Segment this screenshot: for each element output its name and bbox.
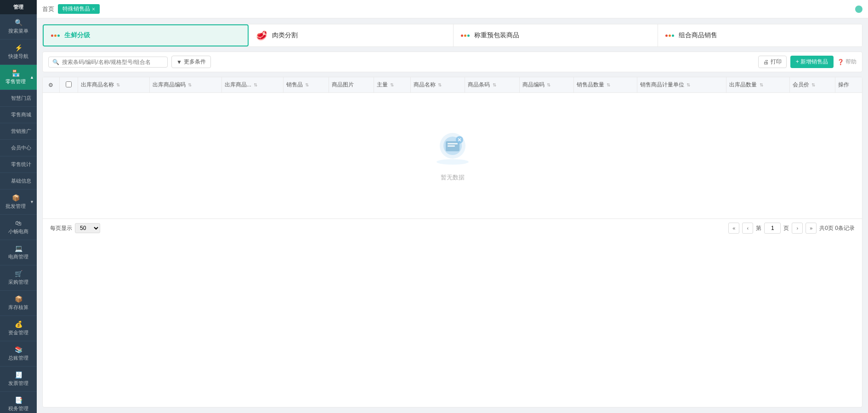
last-page-button[interactable]: »	[806, 223, 817, 234]
toolbar-left: 🔍 ▼ 更多条件	[48, 56, 211, 68]
page-number-input[interactable]	[764, 223, 781, 234]
th-goods-name[interactable]: 商品名称 ⇅	[410, 77, 465, 93]
sidebar-item-label: 零售管理	[6, 78, 26, 85]
sidebar-item-label: 采购管理	[8, 279, 28, 286]
sort-icon9: ⇅	[607, 82, 610, 87]
th-goods-code-label: 商品编码	[522, 81, 545, 88]
add-label: + 新增销售品	[796, 58, 828, 66]
sidebar-logo: 管理	[0, 0, 37, 14]
th-sale-unit[interactable]: 销售商品计量单位 ⇅	[637, 77, 726, 93]
sidebar-item-marketing[interactable]: 营销推广	[0, 123, 37, 140]
toolbar-right: 🖨 打印 + 新增销售品 ❓ 帮助	[758, 56, 857, 68]
tab-dots-fresh	[51, 34, 60, 37]
purchase-icon: 🛒	[15, 270, 23, 277]
sidebar-item-retail-mgmt[interactable]: 🏪 零售管理 ▲	[0, 65, 37, 90]
sidebar-item-inventory[interactable]: 📦 库存核算	[0, 291, 37, 316]
chevron-down-icon: ▼	[30, 200, 34, 204]
th-barcode[interactable]: 商品条码 ⇅	[465, 77, 519, 93]
tag-close-button[interactable]: ×	[92, 6, 95, 12]
th-goods-code[interactable]: 商品编码 ⇅	[519, 77, 573, 93]
svg-point-0	[437, 159, 469, 165]
th-weight[interactable]: 主量 ⇅	[374, 77, 410, 93]
sidebar-item-quick-nav[interactable]: ⚡ 快捷导航	[0, 40, 37, 65]
table-body: 暂无数据	[43, 93, 862, 219]
pagination-right: « ‹ 第 页 › » 共0页 0条记录	[728, 223, 855, 234]
help-label: 帮助	[845, 58, 857, 66]
prev-page-button[interactable]: ‹	[742, 223, 753, 234]
th-sale-qty[interactable]: 销售品数量 ⇅	[574, 77, 637, 93]
th-out-qty-label: 出库品数量	[729, 81, 757, 88]
first-page-button[interactable]: «	[728, 223, 739, 234]
svg-rect-5	[448, 145, 455, 147]
tab-combo-label: 组合商品销售	[679, 31, 717, 40]
tax-icon: 📑	[15, 396, 23, 404]
sidebar-item-wholesale[interactable]: 📦 批发管理 ▼	[0, 189, 37, 215]
dot-green	[57, 34, 60, 37]
page-label: 第	[756, 224, 761, 232]
th-settings[interactable]: ⚙	[43, 77, 59, 93]
tab-cards: 生鲜分级 🥩 肉类分割 称重预包装商品	[42, 24, 862, 47]
th-member-price-label: 会员价	[793, 81, 809, 88]
sidebar-item-purchase[interactable]: 🛒 采购管理	[0, 265, 37, 291]
sidebar-item-retail-stats[interactable]: 零售统计	[0, 156, 37, 173]
retail-mgmt-icon: 🏪	[12, 69, 20, 77]
total-label: 共0页 0条记录	[819, 224, 855, 232]
print-button[interactable]: 🖨 打印	[758, 56, 787, 68]
th-out-qty[interactable]: 出库品数量 ⇅	[726, 77, 790, 93]
sort-icon12: ⇅	[811, 82, 815, 87]
tab-fresh-grade[interactable]: 生鲜分级	[43, 24, 249, 46]
search-box[interactable]: 🔍	[48, 57, 168, 68]
pagination: 每页显示 50 100 « ‹ 第 页 › » 共0页 0条记录	[43, 218, 862, 237]
tab-combo[interactable]: 组合商品销售	[658, 24, 862, 46]
per-page-select[interactable]: 50 100	[75, 223, 100, 233]
sidebar-item-retail-mall[interactable]: 零售商城	[0, 107, 37, 123]
sidebar-item-tax[interactable]: 📑 税务管理	[0, 392, 37, 413]
search-icon: 🔍	[52, 59, 59, 65]
add-sale-item-button[interactable]: + 新增销售品	[790, 56, 834, 68]
per-page-label: 每页显示	[50, 224, 72, 232]
invoice-icon: 🧾	[15, 371, 23, 379]
sidebar-item-invoice[interactable]: 🧾 发票管理	[0, 367, 37, 392]
dot-green2	[467, 34, 470, 37]
sidebar-item-finance[interactable]: 💰 资金管理	[0, 316, 37, 341]
empty-cell: 暂无数据	[43, 93, 862, 219]
current-tab-tag[interactable]: 特殊销售品 ×	[58, 4, 100, 14]
sidebar-item-label: 基础信息	[11, 178, 31, 184]
sidebar-item-ecom-mgmt[interactable]: 💻 电商管理	[0, 240, 37, 265]
sidebar-item-mini-ecom[interactable]: 🛍 小畅电商	[0, 215, 37, 240]
th-member-price[interactable]: 会员价 ⇅	[789, 77, 835, 93]
th-img-label: 商品图片	[332, 81, 354, 88]
th-sale-item[interactable]: 销售品 ⇅	[284, 77, 329, 93]
breadcrumb-home[interactable]: 首页	[42, 5, 54, 13]
sidebar-item-label: 电商管理	[8, 253, 28, 260]
empty-state: 暂无数据	[43, 93, 862, 218]
th-sale-unit-label: 销售商品计量单位	[640, 81, 684, 88]
sidebar-item-search-menu[interactable]: 🔍 搜索菜单	[0, 14, 37, 40]
th-out-spec[interactable]: 出库商品... ⇅	[221, 77, 283, 93]
pagination-left: 每页显示 50 100	[50, 223, 100, 233]
sidebar-item-smart-store[interactable]: 智慧门店	[0, 90, 37, 107]
tab-weight-pack-label: 称重预包装商品	[474, 31, 519, 40]
th-goods-name-label: 商品名称	[414, 81, 436, 88]
th-out-name[interactable]: 出库商品名称 ⇅	[78, 77, 150, 93]
th-out-spec-label: 出库商品...	[225, 81, 251, 88]
sidebar-item-label: 零售商城	[11, 111, 31, 118]
filter-button[interactable]: ▼ 更多条件	[171, 56, 211, 68]
sidebar-item-members[interactable]: 会员中心	[0, 140, 37, 156]
sidebar-item-basic-info[interactable]: 基础信息	[0, 173, 37, 189]
next-page-button[interactable]: ›	[792, 223, 803, 234]
tab-weight-pack[interactable]: 称重预包装商品	[454, 24, 658, 46]
sidebar-item-ledger[interactable]: 📚 总账管理	[0, 341, 37, 367]
help-button[interactable]: ❓ 帮助	[837, 58, 857, 66]
th-out-code[interactable]: 出库商品编码 ⇅	[150, 77, 222, 93]
th-checkbox[interactable]	[59, 77, 78, 93]
dot-orange2	[464, 34, 466, 37]
select-all-checkbox[interactable]	[66, 81, 72, 87]
empty-row: 暂无数据	[43, 93, 862, 219]
th-action-label: 操作	[838, 81, 849, 88]
tab-meat-cut[interactable]: 🥩 肉类分割	[249, 24, 453, 46]
sort-icon3: ⇅	[254, 82, 257, 87]
topbar: 首页 特殊销售品 ×	[37, 0, 868, 18]
filter-icon: ▼	[176, 59, 182, 65]
search-input[interactable]	[62, 59, 164, 65]
